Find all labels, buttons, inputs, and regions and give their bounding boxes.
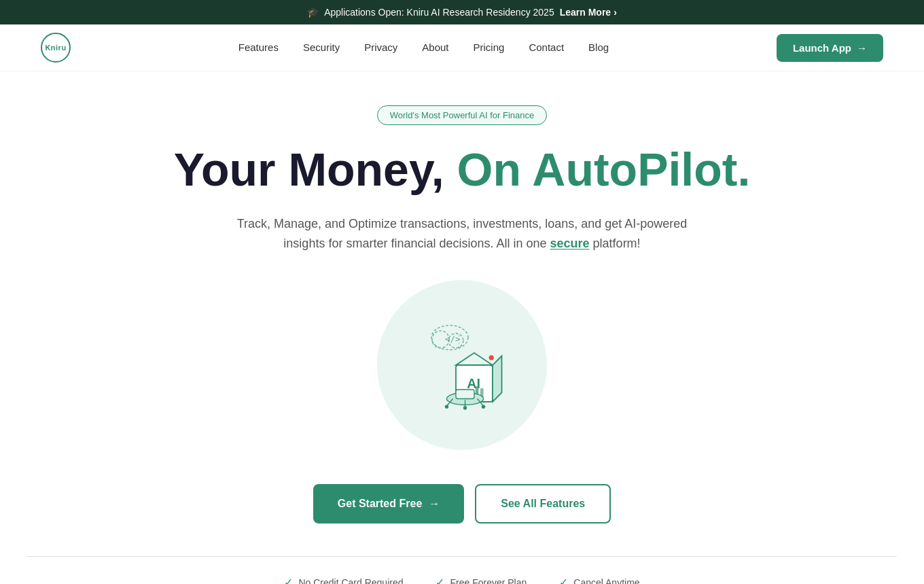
check-icon-1: ✓ <box>284 576 293 584</box>
trust-label-1: No Credit Card Required <box>298 577 403 584</box>
svg-text:</>: </> <box>445 334 461 344</box>
nav-security[interactable]: Security <box>303 41 340 53</box>
nav-contact[interactable]: Contact <box>529 41 564 53</box>
top-banner: 🎓 Applications Open: Kniru AI Research R… <box>0 0 924 24</box>
get-started-label: Get Started Free <box>338 498 422 510</box>
trust-label-2: Free Forever Plan <box>450 577 527 584</box>
trust-badges: ✓ No Credit Card Required ✓ Free Forever… <box>284 576 639 584</box>
svg-marker-6 <box>493 356 502 402</box>
banner-emoji: 🎓 <box>307 7 319 18</box>
svg-point-13 <box>489 356 494 360</box>
trust-item-no-cc: ✓ No Credit Card Required <box>284 576 403 584</box>
ai-svg: </> AI <box>401 304 523 426</box>
trust-item-cancel: ✓ Cancel Anytime <box>559 576 639 584</box>
hero-title-part2: On AutoPilot. <box>457 143 751 195</box>
nav-links: Features Security Privacy About Pricing … <box>238 41 609 54</box>
banner-learn-more-link[interactable]: Learn More › <box>560 7 617 18</box>
logo[interactable]: Kniru <box>41 33 71 63</box>
trust-item-free-plan: ✓ Free Forever Plan <box>436 576 527 584</box>
nav-about[interactable]: About <box>422 41 448 53</box>
cta-buttons: Get Started Free → See All Features <box>313 484 611 523</box>
hero-title: Your Money, On AutoPilot. <box>174 144 751 195</box>
see-all-features-button[interactable]: See All Features <box>475 484 611 523</box>
secure-link[interactable]: secure <box>550 237 590 250</box>
logo-circle: Kniru <box>41 33 71 63</box>
ai-illustration: </> AI <box>377 280 547 450</box>
navbar: Kniru Features Security Privacy About Pr… <box>0 24 924 71</box>
launch-app-button[interactable]: Launch App → <box>777 34 883 62</box>
svg-rect-15 <box>456 390 474 399</box>
banner-text: Applications Open: Kniru AI Research Res… <box>324 7 554 18</box>
hero-divider <box>27 556 897 557</box>
get-started-button[interactable]: Get Started Free → <box>313 484 464 523</box>
check-icon-3: ✓ <box>559 576 568 584</box>
get-started-arrow: → <box>429 498 440 510</box>
svg-point-19 <box>445 405 448 409</box>
trust-label-3: Cancel Anytime <box>573 577 639 584</box>
nav-privacy[interactable]: Privacy <box>364 41 397 53</box>
hero-section: World's Most Powerful AI for Finance You… <box>0 71 924 584</box>
hero-title-part1: Your Money, <box>174 143 457 195</box>
svg-point-20 <box>463 407 467 410</box>
hero-badge: World's Most Powerful AI for Finance <box>377 105 548 125</box>
see-features-label: See All Features <box>501 498 585 509</box>
nav-blog[interactable]: Blog <box>588 41 609 53</box>
nav-pricing[interactable]: Pricing <box>474 41 505 53</box>
hero-subtitle: Track, Manage, and Optimize transactions… <box>231 214 693 254</box>
nav-features[interactable]: Features <box>238 41 279 53</box>
hero-subtitle-end: platform! <box>590 237 641 250</box>
svg-marker-5 <box>456 353 493 365</box>
svg-point-21 <box>482 405 485 409</box>
check-icon-2: ✓ <box>436 576 444 584</box>
